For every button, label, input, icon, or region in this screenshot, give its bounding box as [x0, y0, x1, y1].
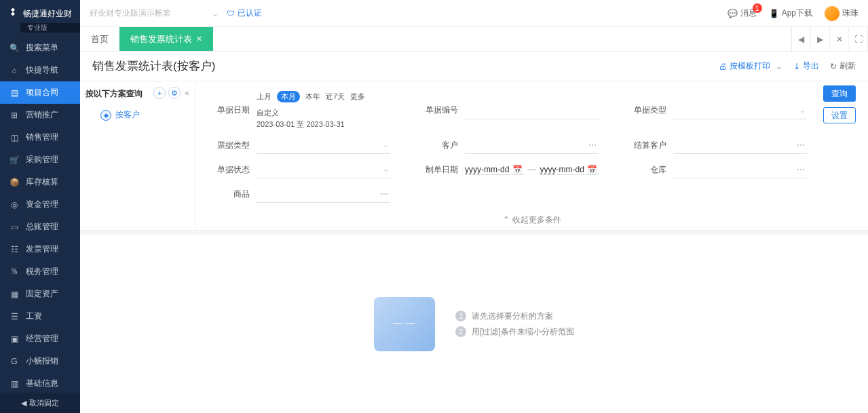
sidebar-item-label: 总账管理	[26, 221, 58, 233]
filter-label: 制单日期	[417, 164, 465, 176]
settings-button[interactable]: 设置	[823, 107, 856, 123]
sidebar-item-asset[interactable]: ▦固定资产	[0, 283, 80, 305]
date-opt-thisyear[interactable]: 本年	[305, 92, 320, 102]
make-date-to[interactable]: yyyy-mm-dd📅	[540, 165, 599, 175]
sidebar-item-project[interactable]: ▤项目合同	[0, 81, 80, 104]
sidebar-item-fund[interactable]: ◎资金管理	[0, 193, 80, 216]
invoice-type-select[interactable]: ⌄	[257, 136, 390, 154]
chevron-down-icon: ⌄	[383, 140, 389, 149]
printer-icon: 🖨	[719, 62, 727, 71]
bill-date-control[interactable]: 上月 本月 本年 近7天 更多 自定义 2023-03-01 至 2023-03…	[257, 91, 390, 130]
sidebar-item-ledger[interactable]: ▭总账管理	[0, 216, 80, 238]
date-opt-lastmonth[interactable]: 上月	[257, 92, 271, 102]
filter-label: 票据类型	[209, 140, 257, 151]
coin-icon: ◎	[10, 200, 19, 210]
customer-picker[interactable]: ⋯	[465, 136, 599, 154]
sidebar-item-label: 快捷导航	[26, 64, 58, 76]
sidebar-item-salary[interactable]: ☰工资	[0, 305, 80, 328]
empty-illustration	[374, 297, 435, 351]
query-button[interactable]: 查询	[823, 85, 856, 102]
tab-sales-invoice-stats[interactable]: 销售发票统计表 ✕	[119, 27, 213, 51]
account-selector[interactable]: 好业财专业版演示帐套 ⌄	[90, 7, 219, 19]
date-opt-custom[interactable]: 自定义	[257, 108, 279, 118]
tab-close-icon[interactable]: ✕	[196, 35, 202, 43]
tab-controls: ◀ ▶ ✕ ⛶	[791, 27, 868, 51]
sidebar-item-label: 资金管理	[26, 199, 58, 210]
phone-icon: 📱	[769, 9, 779, 18]
sidebar-item-label: 采购管理	[26, 154, 58, 165]
page-header: 销售发票统计表(按客户) 🖨按模板打印⌄ ⤓导出 ↻刷新	[80, 52, 868, 81]
sidebar-item-search[interactable]: 🔍搜索菜单	[0, 37, 80, 59]
date-opt-thismonth[interactable]: 本月	[277, 91, 300, 102]
sidebar-item-label: 工资	[26, 311, 42, 322]
make-date-from[interactable]: yyyy-mm-dd📅	[465, 165, 524, 175]
bill-type-select[interactable]: ⌄	[673, 102, 807, 119]
sidebar-item-basicinfo[interactable]: ▥基础信息	[0, 372, 80, 393]
bill-no-input[interactable]	[465, 102, 599, 119]
sidebar-item-tax[interactable]: ％税务管理	[0, 260, 80, 283]
bill-status-select[interactable]: ⌄	[257, 161, 390, 178]
tab-bar: 首页 销售发票统计表 ✕ ◀ ▶ ✕ ⛶	[80, 27, 868, 52]
scheme-settings-button[interactable]: ⚙	[168, 87, 181, 99]
filter-label: 单据类型	[626, 104, 673, 116]
sidebar-item-quicknav[interactable]: ⌂快捷导航	[0, 59, 80, 81]
tab-home[interactable]: 首页	[80, 27, 119, 51]
refresh-button[interactable]: ↻刷新	[830, 60, 856, 72]
filter-zone: 按以下方案查询 + ⚙ « ◆ 按客户 查询 设置 单据日期	[80, 81, 868, 231]
shield-icon: 🛡	[227, 9, 235, 18]
sidebar-item-marketing[interactable]: ⊞营销推广	[0, 104, 80, 126]
scheme-add-button[interactable]: +	[153, 87, 166, 99]
fullscreen-button[interactable]: ⛶	[849, 27, 868, 52]
scheme-item-by-customer[interactable]: ◆ 按客户	[96, 106, 189, 123]
tab-close-all-button[interactable]: ✕	[830, 27, 849, 52]
tab-prev-button[interactable]: ◀	[792, 27, 811, 52]
filter-bill-type: 单据类型 ⌄	[626, 91, 807, 130]
topbar: 好业财专业版演示帐套 ⌄ 🛡 已认证 💬 消息 1 📱 App下载 珠珠	[80, 0, 868, 27]
sidebar-item-operation[interactable]: ▣经营管理	[0, 328, 80, 350]
date-opt-7days[interactable]: 近7天	[326, 92, 345, 102]
sidebar-item-inventory[interactable]: 📦库存核算	[0, 171, 80, 193]
export-button[interactable]: ⤓导出	[793, 60, 819, 72]
user-menu[interactable]: 珠珠	[825, 6, 858, 21]
scheme-panel: 按以下方案查询 + ⚙ « ◆ 按客户	[80, 81, 195, 230]
filter-label: 单据日期	[209, 104, 257, 116]
scheme-collapse-button[interactable]: «	[185, 88, 189, 98]
step-text: 用[过滤]条件来缩小分析范围	[472, 326, 574, 338]
tab-label: 销售发票统计表	[130, 33, 192, 45]
sidebar-unpin[interactable]: ◀ 取消固定	[0, 393, 80, 413]
sidebar: 畅捷通好业财 专业版 🔍搜索菜单 ⌂快捷导航 ▤项目合同 ⊞营销推广 ◫销售管理…	[0, 0, 80, 413]
info-icon: ▥	[10, 379, 19, 389]
make-date-range: yyyy-mm-dd📅 — yyyy-mm-dd📅	[465, 165, 599, 175]
sidebar-item-invoice[interactable]: ☷发票管理	[0, 238, 80, 260]
empty-step-1: 1请先选择要分析的方案	[455, 311, 574, 322]
print-button[interactable]: 🖨按模板打印⌄	[719, 60, 782, 72]
filter-make-date: 制单日期 yyyy-mm-dd📅 — yyyy-mm-dd📅	[417, 161, 599, 178]
sidebar-item-label: 营销推广	[26, 109, 58, 121]
product-picker[interactable]: ⋯	[257, 185, 390, 203]
asset-icon: ▦	[10, 290, 19, 299]
empty-steps: 1请先选择要分析的方案 2用[过滤]条件来缩小分析范围	[455, 307, 574, 342]
date-opt-more[interactable]: 更多	[350, 92, 365, 102]
sidebar-item-purchase[interactable]: 🛒采购管理	[0, 149, 80, 171]
warehouse-picker[interactable]: ⋯	[673, 161, 807, 178]
page-title: 销售发票统计表(按客户)	[92, 58, 215, 74]
scheme-icon: ◆	[100, 110, 111, 121]
export-icon: ⤓	[793, 62, 800, 71]
collapse-filters-button[interactable]: ⌃ 收起更多条件	[209, 210, 854, 230]
app-download-button[interactable]: 📱 App下载	[769, 7, 812, 19]
more-icon: ⋯	[797, 165, 806, 174]
filter-action-buttons: 查询 设置	[823, 85, 856, 123]
sidebar-item-sales[interactable]: ◫销售管理	[0, 126, 80, 149]
ledger-icon: ▭	[10, 222, 19, 232]
settle-customer-picker[interactable]: ⋯	[673, 136, 807, 154]
more-icon: ⋯	[588, 140, 597, 150]
messages-button[interactable]: 💬 消息 1	[728, 7, 757, 19]
sidebar-item-reimburse[interactable]: G小畅报销	[0, 350, 80, 372]
refresh-label: 刷新	[839, 60, 856, 72]
verified-badge: 🛡 已认证	[227, 7, 262, 19]
tab-next-button[interactable]: ▶	[811, 27, 830, 52]
step-badge: 1	[455, 311, 466, 321]
tax-icon: ％	[10, 267, 19, 277]
date-range-text: 2023-03-01 至 2023-03-31	[257, 119, 345, 130]
refresh-icon: ↻	[830, 62, 837, 71]
